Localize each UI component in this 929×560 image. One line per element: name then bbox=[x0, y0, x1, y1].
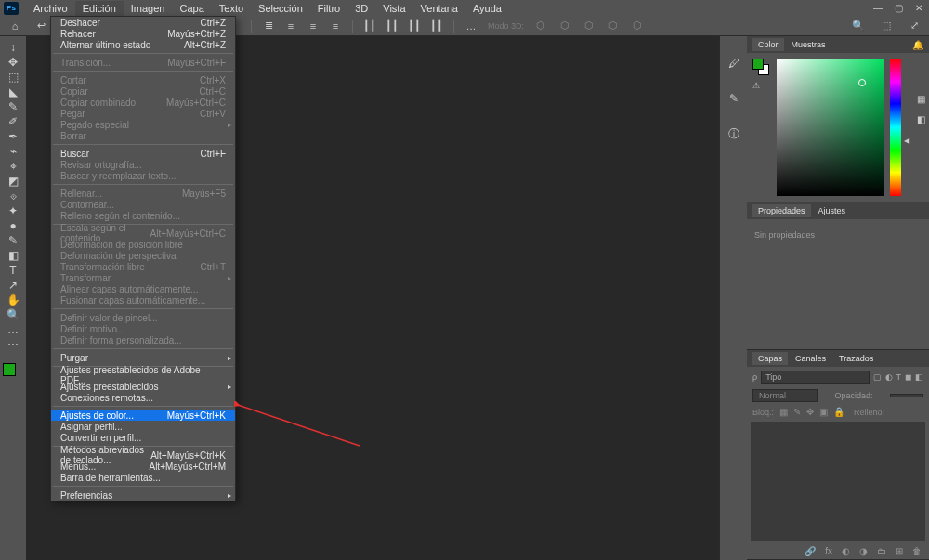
brush-icon[interactable]: ✎ bbox=[726, 90, 742, 107]
tool-icon[interactable]: … bbox=[2, 322, 24, 337]
distribute-icon[interactable]: ┃┃ bbox=[405, 18, 424, 34]
blend-mode-select[interactable]: Normal bbox=[752, 389, 818, 402]
view-tool-icon[interactable]: ⬚ bbox=[877, 18, 896, 34]
tab-swatches[interactable]: Muestras bbox=[786, 38, 831, 51]
menu-item[interactable]: Ajustes de color...Mayús+Ctrl+K bbox=[51, 410, 235, 421]
layer-fx-icon[interactable]: fx bbox=[825, 546, 832, 556]
info-icon[interactable]: ⓘ bbox=[726, 125, 742, 142]
align-icon[interactable]: ≣ bbox=[259, 18, 278, 34]
restore-button[interactable]: ▢ bbox=[888, 3, 909, 13]
tool-icon[interactable]: ◧ bbox=[2, 248, 24, 263]
layer-filter-icon[interactable]: ◼ bbox=[905, 372, 911, 382]
menu-ventana[interactable]: Ventana bbox=[413, 1, 465, 16]
tool-icon[interactable]: ✒ bbox=[2, 129, 24, 144]
tool-icon[interactable]: ✋ bbox=[2, 293, 24, 307]
align-icon[interactable]: ≡ bbox=[281, 18, 300, 34]
notifications-icon[interactable]: 🔔 bbox=[912, 40, 923, 50]
menu-vista[interactable]: Vista bbox=[375, 1, 412, 16]
tool-icon[interactable]: ✥ bbox=[2, 55, 24, 70]
layer-list[interactable] bbox=[751, 422, 925, 541]
lock-move-icon[interactable]: ✥ bbox=[806, 407, 814, 417]
tool-icon[interactable]: ● bbox=[2, 218, 24, 233]
menu-ayuda[interactable]: Ayuda bbox=[465, 1, 509, 16]
home-button[interactable]: ⌂ bbox=[6, 18, 24, 34]
tab-adjustments[interactable]: Ajustes bbox=[813, 204, 852, 217]
hue-slider[interactable] bbox=[890, 59, 901, 196]
minimize-button[interactable]: — bbox=[868, 3, 888, 13]
menu-edición[interactable]: Edición bbox=[75, 1, 124, 16]
color-field[interactable] bbox=[777, 59, 884, 196]
menu-item[interactable]: Menús...Alt+Mayús+Ctrl+M bbox=[51, 461, 235, 472]
layer-filter-icon[interactable]: T bbox=[896, 372, 902, 382]
opacity-input[interactable] bbox=[890, 394, 923, 397]
distribute-icon[interactable]: ┃┃ bbox=[383, 18, 401, 34]
menu-item[interactable]: Ajustes preestablecidos bbox=[51, 381, 235, 392]
tool-icon[interactable]: ⌖ bbox=[2, 159, 24, 174]
history-icon[interactable]: 🖊 bbox=[726, 55, 742, 72]
tab-paths[interactable]: Trazados bbox=[833, 352, 879, 365]
align-icon[interactable]: ≡ bbox=[326, 18, 345, 34]
menu-imagen[interactable]: Imagen bbox=[124, 1, 173, 16]
menu-item[interactable]: DeshacerCtrl+Z bbox=[51, 17, 235, 28]
tool-icon[interactable]: ✦ bbox=[2, 203, 24, 218]
tool-icon[interactable]: ↗ bbox=[2, 278, 24, 293]
lock-brush-icon[interactable]: ✎ bbox=[793, 407, 801, 417]
distribute-icon[interactable]: ┃┃ bbox=[427, 18, 446, 34]
layer-filter-icon[interactable]: ◐ bbox=[885, 372, 893, 382]
link-layers-icon[interactable]: 🔗 bbox=[805, 546, 816, 556]
layer-filter-kind-icon[interactable]: ρ bbox=[752, 372, 757, 382]
delete-layer-icon[interactable]: 🗑 bbox=[912, 546, 922, 556]
back-button[interactable]: ↩ bbox=[32, 18, 50, 34]
group-icon[interactable]: 🗀 bbox=[877, 546, 886, 556]
menu-item[interactable]: Barra de herramientas... bbox=[51, 472, 235, 483]
tab-channels[interactable]: Canales bbox=[790, 352, 831, 365]
tool-icon[interactable]: ✎ bbox=[2, 233, 24, 248]
tool-icon[interactable]: ⬚ bbox=[2, 70, 24, 85]
menu-capa[interactable]: Capa bbox=[172, 1, 211, 16]
close-button[interactable]: ✕ bbox=[909, 3, 929, 13]
view-tool-icon[interactable]: ⤢ bbox=[905, 18, 923, 34]
menu-selección[interactable]: Selección bbox=[251, 1, 310, 16]
tool-icon[interactable]: ⌁ bbox=[2, 144, 24, 159]
menu-item[interactable]: Ajustes preestablecidos de Adobe PDF... bbox=[51, 370, 235, 381]
layer-mask-icon[interactable]: ◐ bbox=[842, 546, 850, 556]
layer-filter-type[interactable]: Tipo bbox=[761, 371, 869, 384]
menu-item[interactable]: BuscarCtrl+F bbox=[51, 148, 235, 159]
lock-pixels-icon[interactable]: ▦ bbox=[779, 407, 788, 417]
tool-icon[interactable]: ⟐ bbox=[2, 189, 24, 203]
tab-color[interactable]: Color bbox=[752, 38, 784, 51]
adjustment-layer-icon[interactable]: ◑ bbox=[859, 546, 868, 556]
tool-icon[interactable]: ✎ bbox=[2, 99, 24, 114]
menu-item[interactable]: Conexiones remotas... bbox=[51, 392, 235, 403]
new-layer-icon[interactable]: ⊞ bbox=[896, 546, 903, 556]
tool-icon[interactable]: 🔍 bbox=[2, 307, 24, 322]
tab-layers[interactable]: Capas bbox=[752, 352, 788, 365]
tool-icon[interactable]: T bbox=[2, 263, 24, 278]
menu-item[interactable]: Asignar perfil... bbox=[51, 421, 235, 432]
menu-3d[interactable]: 3D bbox=[347, 1, 375, 16]
layer-filter-icon[interactable]: ◧ bbox=[915, 372, 923, 382]
expand-panel-icon[interactable]: ▦ bbox=[914, 92, 927, 105]
tab-properties[interactable]: Propiedades bbox=[752, 204, 811, 217]
menu-filtro[interactable]: Filtro bbox=[310, 1, 347, 16]
menu-item[interactable]: Métodos abreviados de teclado...Alt+Mayú… bbox=[51, 449, 235, 461]
tool-icon[interactable]: ↕ bbox=[2, 40, 24, 55]
menu-item[interactable]: Preferencias bbox=[51, 489, 235, 501]
menu-item[interactable]: RehacerMayús+Ctrl+Z bbox=[51, 28, 235, 39]
lock-all-icon[interactable]: 🔒 bbox=[833, 407, 844, 417]
tool-icon[interactable]: ◣ bbox=[2, 85, 24, 99]
lock-artboard-icon[interactable]: ▣ bbox=[819, 407, 828, 417]
tool-icon[interactable]: ⋯ bbox=[2, 337, 24, 352]
tool-icon[interactable]: ✐ bbox=[2, 114, 24, 129]
align-icon[interactable]: ≡ bbox=[304, 18, 322, 34]
view-tool-icon[interactable]: 🔍 bbox=[849, 18, 868, 34]
menu-item[interactable]: Purgar bbox=[51, 352, 235, 363]
menu-archivo[interactable]: Archivo bbox=[26, 1, 75, 16]
menu-texto[interactable]: Texto bbox=[212, 1, 251, 16]
layer-filter-icon[interactable]: ▢ bbox=[873, 372, 882, 382]
menu-item[interactable]: Alternar último estadoAlt+Ctrl+Z bbox=[51, 39, 235, 50]
tool-icon[interactable]: ◩ bbox=[2, 174, 24, 189]
color-swatch-pair[interactable] bbox=[752, 59, 769, 75]
expand-panel-icon[interactable]: ◧ bbox=[914, 112, 927, 125]
more-options[interactable]: … bbox=[462, 18, 480, 34]
